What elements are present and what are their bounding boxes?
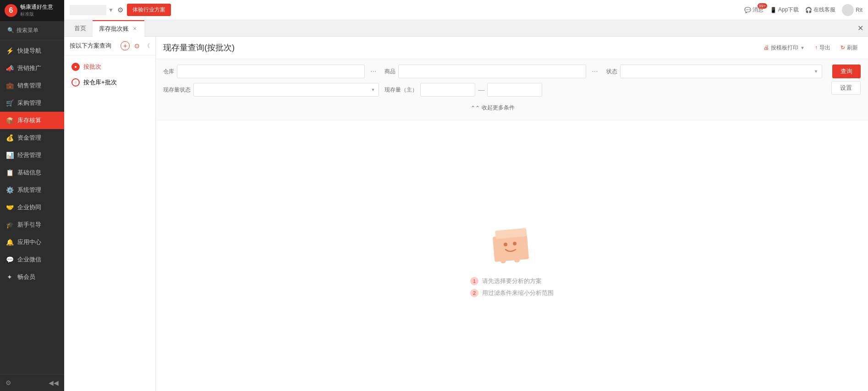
app-download-action[interactable]: 📱 App下载: [770, 6, 799, 14]
scheme-list: ● 按批次 ○ 按仓库+批次: [64, 55, 155, 391]
tab-home-label: 首页: [74, 24, 86, 33]
goods-field: 商品 ···: [385, 65, 600, 78]
collapse-sidebar-icon[interactable]: ◀◀: [49, 379, 59, 386]
warehouse-field: 仓库 ···: [163, 65, 379, 78]
sidebar-item-basic[interactable]: 📋 基础信息: [0, 164, 64, 181]
stock-status-dropdown-icon: ▼: [371, 87, 375, 92]
status-select[interactable]: ▼: [620, 65, 822, 78]
online-service-action[interactable]: 🎧 在线客服: [805, 6, 835, 14]
purchase-icon: 🛒: [5, 99, 14, 107]
goods-input[interactable]: [398, 65, 586, 78]
stock-qty-field: 现存量（主） —: [385, 83, 600, 97]
status-dropdown-icon: ▼: [814, 69, 818, 74]
refresh-label: 刷新: [847, 44, 858, 52]
system-label: 系统管理: [17, 186, 41, 194]
page-titlebar: 现存量查询(按批次) 🖨 按模板打印 ▼ ↑ 导出 ↻ 刷新: [156, 37, 868, 59]
range-separator: —: [478, 86, 484, 93]
scheme-item-batch[interactable]: ● 按批次: [64, 59, 155, 75]
sidebar-item-purchase[interactable]: 🛒 采购管理: [0, 94, 64, 112]
member-icon: ✦: [5, 273, 14, 281]
sidebar-item-newbie[interactable]: 🎓 新手引导: [0, 216, 64, 234]
stock-status-field: 现存量状态 ▼: [163, 83, 379, 97]
purchase-label: 采购管理: [17, 99, 41, 107]
topbar-actions: 💬 消息 99+ 📱 App下载 🎧 在线客服 Rit: [744, 4, 863, 16]
search-menu-button[interactable]: 🔍 搜索菜单: [5, 25, 60, 36]
hint-item-1: 1 请先选择要分析的方案: [470, 277, 554, 285]
print-icon: 🖨: [764, 44, 769, 51]
tab-close-icon[interactable]: ✕: [132, 26, 138, 32]
sidebar-item-sales[interactable]: 💼 销售管理: [0, 77, 64, 94]
app-name: 畅康通好生意: [20, 4, 53, 11]
search-menu-label: 搜索菜单: [16, 27, 38, 34]
quick-nav-label: 快捷导航: [17, 47, 41, 55]
sales-label: 销售管理: [17, 81, 41, 90]
sidebar-search-area[interactable]: 🔍 搜索菜单: [0, 21, 64, 40]
print-button[interactable]: 🖨 按模板打印 ▼: [761, 43, 808, 53]
goods-more-icon[interactable]: ···: [589, 66, 600, 76]
stock-status-select[interactable]: ▼: [193, 83, 379, 97]
newbie-label: 新手引导: [17, 221, 41, 229]
user-menu[interactable]: Rit: [842, 4, 863, 16]
query-button[interactable]: 查询: [832, 65, 861, 78]
inventory-label: 库存核算: [17, 116, 41, 125]
sidebar-item-operation[interactable]: 📊 经营管理: [0, 147, 64, 164]
scheme-settings-icon[interactable]: ⊙: [132, 41, 142, 50]
warehouse-input[interactable]: [177, 65, 365, 78]
page-title: 现存量查询(按批次): [163, 42, 235, 53]
experience-button[interactable]: 体验行业方案: [127, 4, 171, 16]
gear-icon[interactable]: ⚙: [117, 6, 123, 14]
enterprise-icon: 🤝: [5, 203, 14, 212]
messages-badge: 99+: [758, 3, 767, 9]
empty-svg: [484, 215, 539, 270]
operation-icon: 📊: [5, 151, 14, 159]
sidebar-item-inventory[interactable]: 📦 库存核算: [0, 112, 64, 129]
warehouse-more-icon[interactable]: ···: [368, 66, 379, 76]
print-dropdown-icon[interactable]: ▼: [800, 45, 805, 50]
member-label: 畅会员: [17, 273, 35, 281]
add-scheme-button[interactable]: +: [121, 41, 130, 50]
apps-icon: 🔔: [5, 238, 14, 246]
svg-point-2: [504, 243, 507, 246]
stock-qty-label: 现存量（主）: [385, 86, 418, 94]
settings-icon[interactable]: ⚙: [5, 379, 11, 386]
message-icon: 💬: [744, 7, 751, 13]
warehouse-label: 仓库: [163, 68, 174, 76]
content-area: 按以下方案查询 + ⊙ 《 ● 按批次 ○ 按仓库+批次: [64, 37, 868, 391]
sidebar-header: 6 畅康通好生意 标准版: [0, 0, 64, 21]
set-button[interactable]: 设置: [831, 81, 861, 95]
sidebar-title-area: 畅康通好生意 标准版: [20, 4, 53, 17]
left-panel: 按以下方案查询 + ⊙ 《 ● 按批次 ○ 按仓库+批次: [64, 37, 156, 391]
sidebar-item-wechat[interactable]: 💬 企业微信: [0, 251, 64, 268]
right-content: 现存量查询(按批次) 🖨 按模板打印 ▼ ↑ 导出 ↻ 刷新: [156, 37, 868, 391]
close-all-tabs-icon[interactable]: ✕: [857, 24, 863, 33]
sales-icon: 💼: [5, 81, 14, 90]
chevron-up-icon: ⌃⌃: [471, 105, 480, 111]
scheme-item-warehouse-batch[interactable]: ○ 按仓库+批次: [64, 75, 155, 90]
filter-area: 仓库 ··· 商品 ··· 状态: [156, 59, 868, 120]
sidebar-item-marketing[interactable]: 📣 营销推广: [0, 60, 64, 77]
empty-illustration: [484, 215, 539, 270]
refresh-button[interactable]: ↻ 刷新: [838, 43, 861, 53]
marketing-icon: 📣: [5, 64, 14, 72]
operation-label: 经营管理: [17, 151, 41, 159]
sidebar-item-enterprise[interactable]: 🤝 企业协同: [0, 199, 64, 216]
filter-buttons: 查询 设置: [828, 65, 861, 95]
refresh-icon: ↻: [841, 44, 845, 51]
export-button[interactable]: ↑ 导出: [812, 43, 833, 53]
sidebar-item-apps[interactable]: 🔔 应用中心: [0, 234, 64, 251]
collapse-left-panel-icon[interactable]: 《: [144, 42, 150, 50]
sidebar-item-system[interactable]: ⚙️ 系统管理: [0, 181, 64, 199]
tab-inventory-batch[interactable]: 库存批次账 ✕: [93, 20, 144, 37]
sidebar-item-member[interactable]: ✦ 畅会员: [0, 268, 64, 286]
phone-icon: 📱: [770, 7, 777, 13]
sidebar-item-quick-nav[interactable]: ⚡ 快捷导航: [0, 42, 64, 60]
messages-action[interactable]: 💬 消息 99+: [744, 6, 764, 14]
stock-qty-max-input[interactable]: [487, 83, 542, 97]
tab-home[interactable]: 首页: [68, 20, 93, 37]
goods-label: 商品: [385, 68, 396, 76]
svg-point-3: [513, 242, 516, 245]
sidebar-item-finance[interactable]: 💰 资金管理: [0, 129, 64, 147]
status-field: 状态 ▼: [606, 65, 822, 78]
collapse-more-btn[interactable]: ⌃⌃ 收起更多条件: [163, 101, 822, 114]
stock-qty-min-input[interactable]: [420, 83, 475, 97]
